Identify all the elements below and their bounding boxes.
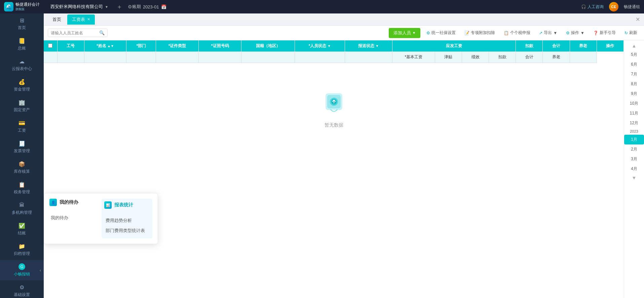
calendar-up-nav[interactable]: ▲ (624, 42, 644, 50)
sidebar-item-label: 发票管理 (14, 148, 30, 154)
tab-salary[interactable]: 工资表 ✕ (67, 14, 95, 25)
sidebar-item-label: 税务管理 (14, 189, 30, 195)
export-button[interactable]: ↗ 导出 ▼ (536, 29, 560, 37)
sidebar-item-home[interactable]: ⊞ 首页 (0, 13, 44, 34)
calendar-panel: ▲ 5月 6月 7月 8月 9月 10月 11月 12月 2023 1月 2月 … (624, 40, 644, 298)
cal-month-5[interactable]: 5月 (624, 50, 644, 60)
th-employee-no: 工号 (57, 40, 84, 52)
sidebar-item-archive[interactable]: 📁 归档管理 (0, 239, 44, 260)
sidebar-item-cloud-report[interactable]: ☁ 云报表中心 (0, 55, 44, 75)
operation-button[interactable]: ⚙ 操作 ▼ (563, 29, 587, 37)
sidebar-item-label: 首页 (18, 25, 26, 31)
search-input-wrap: 🔍 (48, 29, 108, 37)
guide-btn-icon: ❓ (593, 31, 598, 35)
user-name[interactable]: 畅捷通组 (624, 4, 640, 10)
period-value: 2023-01 (143, 4, 159, 9)
checkout-icon: ✅ (18, 222, 25, 229)
tab-salary-label: 工资表 (72, 16, 85, 23)
social-insurance-icon: ⚙ (426, 31, 430, 35)
operation-dropdown-icon: ▼ (580, 31, 584, 35)
company-selector[interactable]: 西安虾米网络科技有限公司 ▼ (48, 2, 111, 11)
search-input[interactable] (51, 31, 98, 35)
sidebar-item-ledger[interactable]: 📒 总账 (0, 34, 44, 55)
app-edition: 旗舰版 (15, 7, 40, 11)
calendar-icon[interactable]: 📅 (161, 4, 166, 9)
invoice-icon: 🧾 (18, 140, 25, 147)
settings-gear-icon: ⚙ (18, 284, 25, 291)
sidebar-item-label: 云报表中心 (12, 66, 32, 72)
avatar-initials: CE (611, 5, 616, 9)
add-person-button[interactable]: 添加人员 ▼ (389, 28, 420, 38)
th-deductions: 扣款 (516, 40, 543, 52)
sidebar-item-label: 工资 (18, 128, 26, 133)
inventory-icon: 📦 (18, 161, 25, 167)
sidebar-item-fixed-assets[interactable]: 🏢 固定资产 (0, 96, 44, 116)
cal-month-9[interactable]: 9月 (624, 89, 644, 99)
sidebar-item-inventory[interactable]: 📦 库存核算 (0, 157, 44, 178)
sub-th-pension: 养老 (543, 52, 570, 63)
cal-month-12[interactable]: 12月 (624, 118, 644, 128)
top-header: 🌊 畅捷通好会计 旗舰版 西安虾米网络科技有限公司 ▼ ＋ ⚙ 账期 2023-… (0, 0, 644, 13)
th-nationality: 国籍（地区） (241, 40, 295, 52)
th-operations: 操作 (597, 40, 623, 52)
content-area: 首页 工资表 ✕ ✕ 🔍 添加人员 ▼ ⚙ 统一社保设置 (44, 13, 644, 298)
sub-th-performance: 绩效 (462, 52, 489, 63)
cloud-icon: ☁ (18, 58, 25, 65)
sidebar-item-fund[interactable]: 💰 资金管理 (0, 75, 44, 96)
tab-close-icon[interactable]: ✕ (87, 17, 90, 22)
tab-home[interactable]: 首页 (48, 14, 66, 25)
settings-icon[interactable]: ⚙ (128, 4, 132, 9)
sidebar-item-multi-org[interactable]: 🏛 多机构管理 (0, 198, 44, 219)
app-name: 畅捷通好会计 (15, 2, 40, 7)
add-button[interactable]: ＋ (116, 3, 122, 11)
cal-month-3[interactable]: 3月 (624, 154, 644, 164)
special-additional-button[interactable]: 📝 专项附加扣除 (462, 29, 498, 37)
support-button[interactable]: 🎧 人工咨询 (581, 4, 604, 10)
tab-bar: 首页 工资表 ✕ ✕ (44, 13, 644, 26)
select-all-checkbox[interactable] (48, 43, 52, 48)
home-icon: ⊞ (18, 17, 25, 24)
th-pension: 养老 (570, 40, 597, 52)
sidebar-item-label: 结账 (18, 230, 26, 236)
collapse-icon: ‹ (40, 268, 41, 273)
sidebar-item-invoice[interactable]: 🧾 发票管理 (0, 137, 44, 157)
period-info: 账期 2023-01 📅 (132, 4, 166, 10)
cal-month-2[interactable]: 2月 (624, 144, 644, 154)
cal-month-8[interactable]: 8月 (624, 79, 644, 89)
sidebar-item-salary[interactable]: 💳 工资 (0, 116, 44, 137)
sub-th-deductions: 扣款 (489, 52, 516, 63)
building-icon: 🏢 (18, 99, 25, 106)
cal-month-11[interactable]: 11月 (624, 108, 644, 118)
unified-social-insurance-button[interactable]: ⚙ 统一社保设置 (424, 29, 458, 37)
chevron-down-icon: ▼ (105, 5, 108, 9)
ledger-icon: 📒 (18, 37, 25, 44)
table-calendar-wrap: 工号 *姓名 ▲▼ *部门 *证件类型 *证照号码 国籍（地区） *人员状态 ▼… (44, 40, 644, 298)
th-report-status: 报送状态 ▼ (345, 40, 392, 52)
new-guide-button[interactable]: ❓ 新手引导 (591, 29, 618, 37)
calendar-down-nav[interactable]: ▼ (624, 174, 644, 182)
cal-month-6[interactable]: 6月 (624, 60, 644, 69)
cal-month-7[interactable]: 7月 (624, 69, 644, 79)
period-label: 账期 (132, 4, 141, 10)
sidebar-item-xiaochang[interactable]: G 小畅报销 ‹ (0, 260, 44, 280)
select-all-checkbox-th[interactable] (44, 40, 57, 52)
sidebar: ⊞ 首页 📒 总账 ☁ 云报表中心 💰 资金管理 🏢 固定资产 💳 工资 🧾 发… (0, 13, 44, 298)
sidebar-item-label: 固定资产 (14, 107, 30, 113)
cal-month-4[interactable]: 4月 (624, 164, 644, 174)
table-wrap: 工号 *姓名 ▲▼ *部门 *证件类型 *证照号码 国籍（地区） *人员状态 ▼… (44, 40, 624, 298)
sub-th-basic-salary: *基本工资 (392, 52, 435, 63)
refresh-button[interactable]: ↻ 刷新 (622, 29, 640, 37)
sidebar-item-checkout[interactable]: ✅ 结账 (0, 219, 44, 239)
close-panel-button[interactable]: ✕ (636, 16, 640, 23)
headphone-icon: 🎧 (581, 4, 586, 9)
sub-th-subsidy: 津贴 (435, 52, 462, 63)
export-icon: ↗ (539, 31, 542, 35)
cal-month-1[interactable]: 1月 (624, 135, 644, 144)
cal-month-10[interactable]: 10月 (624, 99, 644, 108)
sidebar-item-basic-settings[interactable]: ⚙ 基础设置 (0, 280, 44, 298)
sidebar-item-tax[interactable]: 📋 税务管理 (0, 178, 44, 198)
sidebar-item-label: 库存核算 (14, 169, 30, 174)
search-icon[interactable]: 🔍 (99, 30, 105, 35)
th-cert-type: *证件类型 (156, 40, 199, 52)
personal-tax-button[interactable]: 📋 个个税申报 (501, 29, 533, 37)
